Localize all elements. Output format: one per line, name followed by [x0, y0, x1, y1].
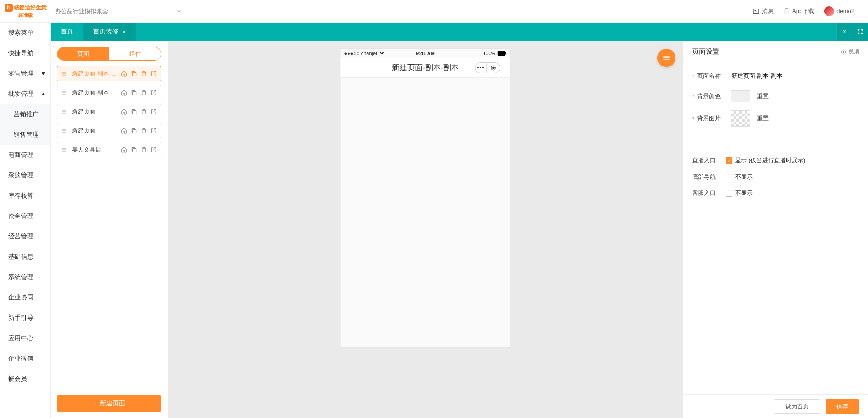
tab-home-label: 首页 — [61, 28, 73, 36]
live-entry-option: 显示 (仅当进行直播时展示) — [735, 157, 805, 165]
page-name-input[interactable] — [731, 70, 859, 82]
copy-icon[interactable] — [130, 89, 137, 96]
drag-handle-icon[interactable] — [61, 109, 68, 114]
sidebar-item[interactable]: 基础信息 — [0, 247, 50, 267]
edition-label: 标准版 — [18, 12, 33, 19]
account-selector[interactable]: 办公品行业模拟账套 — [55, 7, 182, 15]
video-help-link[interactable]: 视频 — [841, 48, 859, 56]
page-item-name: 昊天文具店 — [72, 146, 117, 154]
tab-home[interactable]: 首页 — [51, 23, 83, 41]
share-icon[interactable] — [150, 146, 157, 153]
drag-handle-icon[interactable] — [61, 147, 68, 152]
segment-component[interactable]: 组件 — [109, 48, 161, 60]
sidebar-item[interactable]: 企业微信 — [0, 348, 50, 369]
phone-title-bar: 新建页面-副本-副本 ••• — [341, 58, 510, 78]
drag-handle-icon[interactable] — [61, 71, 68, 76]
delete-icon[interactable] — [140, 127, 147, 134]
share-icon[interactable] — [150, 70, 157, 77]
required-marker: * — [692, 73, 694, 80]
delete-icon[interactable] — [140, 146, 147, 153]
sidebar-item-label: 库存核算 — [8, 192, 33, 200]
chevron-down-icon — [176, 8, 182, 14]
sidebar-item[interactable]: 新手引导 — [0, 308, 50, 328]
delete-icon[interactable] — [140, 89, 147, 96]
svg-point-30 — [493, 67, 495, 69]
sidebar-item[interactable]: 快捷导航 — [0, 43, 50, 63]
settings-title: 页面设置 — [692, 48, 719, 56]
sidebar-item[interactable]: 批发管理 — [0, 84, 50, 104]
tab-decorate[interactable]: 首页装修 × — [83, 23, 136, 41]
drag-handle-icon[interactable] — [61, 90, 68, 95]
page-list-item[interactable]: 新建页面-副本-... — [57, 66, 161, 81]
components-toggle-button[interactable] — [657, 49, 675, 67]
messages-link[interactable]: 消息 — [752, 7, 774, 15]
sidebar-item-label: 采购管理 — [8, 171, 33, 180]
sidebar-item[interactable]: 采购管理 — [0, 165, 50, 185]
page-list-item[interactable]: 新建页面 — [57, 123, 161, 138]
checkbox-icon — [726, 174, 732, 180]
page-list-item[interactable]: 新建页面 — [57, 104, 161, 119]
copy-icon[interactable] — [130, 70, 137, 77]
delete-icon[interactable] — [140, 108, 147, 115]
bg-color-swatch[interactable] — [731, 90, 750, 102]
app-download-link[interactable]: App下载 — [783, 7, 814, 15]
sidebar-item-label: 应用中心 — [8, 334, 33, 342]
tabs-fullscreen[interactable] — [852, 23, 868, 41]
sidebar-item[interactable]: 系统管理 — [0, 267, 50, 287]
svg-marker-4 — [42, 93, 45, 95]
bottom-nav-checkbox[interactable]: 不显示 — [726, 173, 753, 181]
live-entry-checkbox[interactable]: ✓ 显示 (仅当进行直播时展示) — [726, 157, 805, 165]
page-list: 新建页面-副本-...新建页面-副本新建页面新建页面昊天文具店 — [57, 66, 161, 157]
home-icon[interactable] — [120, 89, 127, 96]
new-page-button[interactable]: + 新建页面 — [57, 395, 161, 412]
share-icon[interactable] — [150, 127, 157, 134]
bg-image-picker[interactable] — [731, 110, 750, 127]
sidebar-item-label: 零售管理 — [8, 70, 33, 78]
home-icon[interactable] — [120, 127, 127, 134]
svg-marker-3 — [42, 72, 45, 75]
close-icon[interactable]: × — [122, 28, 126, 36]
home-icon[interactable] — [120, 108, 127, 115]
copy-icon[interactable] — [130, 127, 137, 134]
page-list-item[interactable]: 新建页面-副本 — [57, 85, 161, 100]
tabs-close-all[interactable] — [836, 23, 852, 41]
share-icon[interactable] — [150, 89, 157, 96]
segment-page[interactable]: 页面 — [57, 48, 109, 60]
sidebar-item[interactable]: 资金管理 — [0, 206, 50, 226]
bg-image-reset[interactable]: 重置 — [757, 114, 769, 123]
plus-icon: + — [93, 400, 97, 407]
user-menu[interactable]: demo2 — [824, 6, 854, 16]
delete-icon[interactable] — [140, 70, 147, 77]
top-bar: b 畅捷通好生意 标准版 办公品行业模拟账套 消息 App下载 demo2 — [0, 0, 868, 23]
phone-status-bar: ●●●○○ chanjet 9:41 AM 100% — [341, 49, 510, 58]
save-button[interactable]: 保存 — [826, 399, 859, 414]
share-icon[interactable] — [150, 108, 157, 115]
sidebar-item[interactable]: 营销推广 — [0, 104, 50, 124]
page-item-name: 新建页面 — [72, 127, 117, 135]
copy-icon[interactable] — [130, 146, 137, 153]
drag-handle-icon[interactable] — [61, 128, 68, 133]
home-icon[interactable] — [120, 146, 127, 153]
logo-icon: b — [5, 4, 13, 12]
sidebar-item-label: 系统管理 — [8, 273, 33, 281]
bottom-nav-option: 不显示 — [735, 173, 753, 181]
svg-rect-22 — [133, 130, 136, 133]
sidebar-item[interactable]: 企业协同 — [0, 287, 50, 308]
sidebar-item[interactable]: 畅会员 — [0, 369, 50, 389]
sidebar-item[interactable]: 库存核算 — [0, 185, 50, 206]
page-list-item[interactable]: 昊天文具店 — [57, 142, 161, 157]
sidebar-item[interactable]: 应用中心 — [0, 328, 50, 348]
home-icon[interactable] — [120, 70, 127, 77]
sidebar-item[interactable]: 电商管理 — [0, 145, 50, 165]
sidebar-item-label: 畅会员 — [8, 375, 27, 383]
sidebar-item[interactable]: 零售管理 — [0, 63, 50, 84]
phone-preview: ●●●○○ chanjet 9:41 AM 100% 新建页面-副本-副本 ••… — [341, 49, 510, 347]
sidebar-item[interactable]: 搜索菜单 — [0, 23, 50, 43]
messages-label: 消息 — [762, 7, 774, 15]
sidebar-item[interactable]: 经营管理 — [0, 226, 50, 247]
sidebar-item[interactable]: 销售管理 — [0, 124, 50, 145]
copy-icon[interactable] — [130, 108, 137, 115]
cs-entry-checkbox[interactable]: 不显示 — [726, 189, 753, 197]
bg-color-reset[interactable]: 重置 — [757, 92, 769, 100]
set-home-button[interactable]: 设为首页 — [774, 399, 820, 414]
